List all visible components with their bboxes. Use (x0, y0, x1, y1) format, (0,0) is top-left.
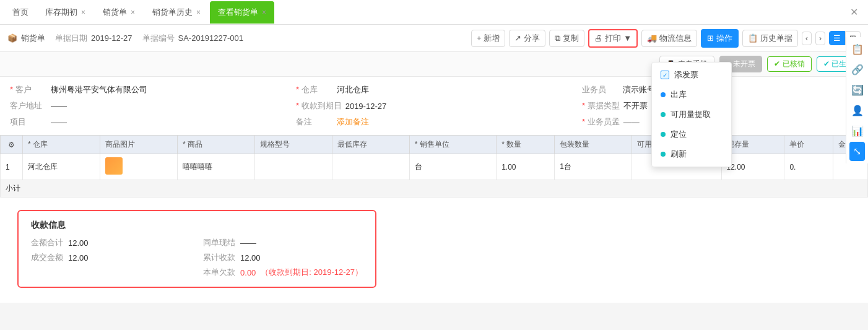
col-settings[interactable]: ⚙ (1, 136, 23, 154)
row-spec (254, 154, 332, 180)
tab-inventory-init[interactable]: 库存期初 × (37, 1, 93, 24)
close-all-tabs[interactable]: ✕ (845, 4, 863, 20)
print-dropdown-arrow: ▼ (623, 33, 631, 43)
add-invoice-checkbox[interactable]: ✓ (661, 71, 669, 79)
table-row: 1 河北仓库 嘻嘻嘻嘻 台 1.00 1台 12.00 0. (1, 154, 868, 180)
salesperson2-value: —— (623, 118, 640, 127)
refresh-item[interactable]: 刷新 (652, 144, 731, 164)
sidebar-refresh-icon[interactable]: 🔄 (848, 80, 867, 100)
close-sales-order[interactable]: × (131, 8, 135, 17)
balance-row: 本单欠款 0.00 （收款到期日: 2019-12-27） (203, 267, 363, 278)
nav-prev[interactable]: ‹ (802, 32, 812, 45)
print-button[interactable]: 🖨 打印 ▼ (588, 29, 638, 48)
cumulative-row: 累计收款 12.00 (203, 252, 363, 263)
sidebar-link-icon[interactable]: 🔗 (848, 60, 867, 79)
transaction-amount-row: 成交金额 12.00 (31, 252, 191, 263)
transaction-amount-value: 12.00 (68, 253, 89, 263)
locate-dot (661, 132, 666, 137)
operations-dropdown: ✓ 添发票 出库 可用量提取 定位 刷新 (651, 62, 732, 167)
tab-view-sales[interactable]: 查看销货单 × (210, 1, 274, 24)
history-button[interactable]: 📋 历史单据 (742, 30, 798, 47)
history-icon: 📋 (748, 33, 758, 43)
project-label: 项目 (10, 116, 47, 128)
salesperson-value: 演示账号 (623, 84, 655, 95)
already-sold-button[interactable]: ✔ 已核销 (767, 56, 811, 72)
product-image (105, 157, 123, 175)
salesperson2-label: 业务员孟 (582, 116, 620, 128)
doc-actions: + 新增 ↗ 分享 ⧉ 复制 🖨 打印 ▼ 🚚 物流信息 (471, 29, 861, 48)
col-min-stock: 最低库存 (332, 136, 409, 154)
balance-value: 0.00 (240, 268, 256, 277)
address-label: 客户地址 (10, 100, 47, 111)
share-icon: ↗ (514, 33, 521, 43)
total-amount-row: 金额合计 12.00 (31, 237, 191, 248)
same-order-row: 同单现结 —— (203, 237, 363, 248)
same-order-value: —— (240, 238, 256, 248)
close-inventory-init[interactable]: × (81, 8, 85, 17)
col-product: * 商品 (177, 136, 254, 154)
warehouse-out-item[interactable]: 出库 (652, 85, 731, 105)
customer-label: 客户 (10, 84, 47, 95)
salesperson-label: 业务员 (582, 84, 619, 95)
subtotal-label: 小计 (1, 180, 868, 198)
new-button[interactable]: + 新增 (471, 30, 505, 47)
print-icon: 🖨 (594, 33, 602, 43)
customer-row: 客户 柳州粤港平安气体有限公司 (10, 84, 286, 95)
product-table: ⚙ * 仓库 商品图片 * 商品 规格型号 最低库存 * 销售单位 * 数量 包… (0, 135, 868, 198)
tab-sales-order[interactable]: 销货单 × (95, 1, 143, 24)
cumulative-value: 12.00 (240, 253, 261, 263)
payment-box: 收款信息 金额合计 12.00 同单现结 —— 成交金额 12.00 (17, 210, 376, 288)
col-unit: * 销售单位 (409, 136, 496, 154)
address-value: —— (51, 102, 67, 111)
refresh-dot (661, 152, 666, 157)
warehouse-out-dot (661, 92, 666, 97)
row-quantity: 1.00 (497, 154, 555, 180)
total-amount-value: 12.00 (68, 238, 89, 248)
add-note-button[interactable]: 添加备注 (337, 116, 369, 128)
sidebar-doc-icon[interactable]: 📋 (848, 40, 867, 59)
total-amount-label: 金额合计 (31, 237, 63, 248)
toolbar-row: 📱 来自手机 ● 未开票 ✔ 已核销 ✔ 已生效 (0, 52, 868, 77)
locate-item[interactable]: 定位 (652, 124, 731, 144)
subtotal-row: 小计 (1, 180, 868, 198)
tab-sales-history[interactable]: 销货单历史 × (144, 1, 209, 24)
doc-header: 📦 销货单 单据日期 2019-12-27 单据编号 SA-20191227-0… (0, 25, 868, 52)
sidebar-user-icon[interactable]: 👤 (848, 101, 867, 120)
row-min-stock (332, 154, 409, 180)
tab-bar: 首页 库存期初 × 销货单 × 销货单历史 × 查看销货单 × ✕ (0, 0, 868, 25)
right-sidebar: 📋 🔗 🔄 👤 📊 ⤡ (846, 37, 868, 163)
warehouse-label: 仓库 (296, 84, 333, 95)
logistics-icon: 🚚 (647, 33, 657, 43)
nav-next[interactable]: › (815, 32, 825, 45)
due-date-label: 收款到期日 (296, 100, 342, 111)
logistics-button[interactable]: 🚚 物流信息 (641, 30, 697, 47)
tab-home[interactable]: 首页 (5, 3, 36, 22)
col-pack-qty: 包装数量 (555, 136, 632, 154)
balance-due-date: （收款到期日: 2019-12-27） (261, 267, 363, 278)
customer-value: 柳州粤港平安气体有限公司 (51, 84, 147, 95)
product-table-wrapper: ⚙ * 仓库 商品图片 * 商品 规格型号 最低库存 * 销售单位 * 数量 包… (0, 135, 868, 198)
close-sales-history[interactable]: × (196, 8, 201, 17)
payment-title: 收款信息 (31, 220, 363, 231)
add-invoice-item[interactable]: ✓ 添发票 (652, 65, 731, 85)
ticket-type-value: 不开票 (623, 100, 648, 111)
col-warehouse: * 仓库 (23, 136, 100, 154)
list-view-button[interactable]: ☰ (829, 31, 845, 45)
col-quantity: * 数量 (497, 136, 555, 154)
address-row: 客户地址 —— (10, 100, 286, 111)
doc-container: 📦 销货单 单据日期 2019-12-27 单据编号 SA-20191227-0… (0, 25, 868, 303)
row-pack-qty: 1台 (555, 154, 632, 180)
share-button[interactable]: ↗ 分享 (509, 30, 545, 47)
copy-button[interactable]: ⧉ 复制 (549, 30, 584, 47)
sidebar-expand-icon[interactable]: ⤡ (849, 142, 865, 161)
doc-num-label: 单据编号 (142, 33, 175, 44)
due-date-row: 收款到期日 2019-12-27 (296, 100, 572, 111)
sidebar-chart-icon[interactable]: 📊 (848, 121, 867, 141)
same-order-label: 同单现结 (203, 237, 235, 248)
operations-button[interactable]: ⊞ 操作 (701, 29, 739, 48)
row-warehouse: 河北仓库 (23, 154, 100, 180)
close-view-sales[interactable]: × (262, 8, 266, 17)
available-pickup-item[interactable]: 可用量提取 (652, 105, 731, 124)
check-icon: ✔ (774, 59, 780, 68)
warehouse-value: 河北仓库 (337, 84, 369, 95)
